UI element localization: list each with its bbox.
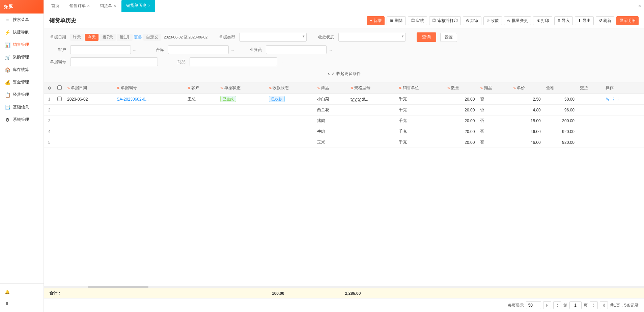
sidebar-item-label: 销售管理 <box>13 42 29 48</box>
show-details-button[interactable]: 显示明细 <box>616 16 639 25</box>
row-checkbox[interactable] <box>57 97 62 101</box>
tab-bar: 首页 销售订单 ✕ 销货单 ✕ 销货单历史 ✕ ✕ <box>44 0 644 12</box>
tab-sales-invoice-close[interactable]: ✕ <box>113 4 116 8</box>
th-transaction: 交货 <box>577 82 603 94</box>
doc-no-link[interactable]: SA-20230602-0... <box>117 97 148 102</box>
doc-no-input[interactable] <box>70 57 158 66</box>
system-icon: ⚙ <box>5 117 10 123</box>
date-pill-today[interactable]: 今天 <box>85 34 99 41</box>
export-button[interactable]: ⬇ 导出 <box>575 16 593 25</box>
payment-status-select[interactable] <box>338 33 406 42</box>
goods-label: 商品 <box>169 59 186 65</box>
cell-goods: 玉米 <box>314 137 348 148</box>
sidebar-item-quicknav[interactable]: ⚡ 快捷导航 <box>0 26 44 38</box>
th-payment-sort-icon[interactable]: ⇅ <box>269 86 272 90</box>
page-size-label: 每页显示 <box>508 303 524 308</box>
th-gift-sort-icon[interactable]: ⇅ <box>480 86 483 90</box>
page-last-btn[interactable]: ⟩⟩ <box>600 301 608 309</box>
date-pill-yesterday[interactable]: 昨天 <box>70 34 84 41</box>
cell-price: 46.00 <box>510 137 543 148</box>
tab-sales-invoice[interactable]: 销货单 ✕ <box>95 0 121 12</box>
customer-input[interactable] <box>70 45 131 54</box>
cell-date <box>64 115 114 126</box>
print-button[interactable]: 🖨 打印 <box>533 16 552 25</box>
goods-dots[interactable]: ... <box>279 59 283 64</box>
tab-home[interactable]: 首页 <box>47 0 64 12</box>
delete-button[interactable]: 🗑 删除 <box>387 16 406 25</box>
cell-spec <box>348 137 396 148</box>
sidebar-item-purchase[interactable]: 🛒 采购管理 <box>0 51 44 63</box>
page-first-btn[interactable]: ⟨⟨ <box>543 301 551 309</box>
sidebar-item-sales[interactable]: 📊 销售管理 <box>0 38 44 51</box>
cell-doc-no[interactable]: SA-20230602-0... <box>114 94 185 105</box>
more-icon[interactable]: ⋮⋮ <box>611 97 620 102</box>
goods-input[interactable] <box>190 57 277 66</box>
th-unit-sort-icon[interactable]: ⇅ <box>399 86 401 90</box>
th-qty-sort-icon[interactable]: ⇅ <box>447 86 450 90</box>
staff-input[interactable] <box>266 45 327 54</box>
collect-button[interactable]: ⊙ 收款 <box>483 16 502 25</box>
date-pill-1month[interactable]: 近1月 <box>117 34 133 41</box>
tab-sales-history-close[interactable]: ✕ <box>148 4 150 7</box>
date-label: 单据日期 <box>49 34 66 40</box>
collapse-button[interactable]: ∧ ∧ 收起更多条件 <box>49 70 639 78</box>
sidebar-item-search[interactable]: ≡ 搜索菜单 <box>0 14 44 26</box>
cell-row-num: 1 <box>44 94 55 105</box>
cell-payment-status <box>266 126 314 137</box>
staff-dots[interactable]: ... <box>329 47 332 52</box>
sidebar-item-basic[interactable]: 📑 基础信息 <box>0 101 44 113</box>
edit-icon[interactable]: ✎ <box>606 97 610 102</box>
batch-change-button[interactable]: ⊙ 批量变更 <box>504 16 531 25</box>
doc-type-select[interactable] <box>239 33 307 42</box>
th-doc-status-sort-icon[interactable]: ⇅ <box>220 86 223 90</box>
th-spec: ⇅ 规格型号 <box>348 82 396 94</box>
cell-date <box>64 137 114 148</box>
cell-amount: 920.00 <box>543 126 577 137</box>
abandon-button[interactable]: ⊘ 弃审 <box>463 16 481 25</box>
sidebar-pause[interactable]: ⏸ <box>0 298 44 309</box>
footer-label: 合计： <box>49 290 69 296</box>
data-table: ⚙ ⇅ 单据日期 ⇅ 单据编号 <box>44 82 644 148</box>
cell-checkbox <box>55 126 64 137</box>
tab-sales-order[interactable]: 销售订单 ✕ <box>65 0 94 12</box>
settings-gear-icon[interactable]: ⚙ <box>48 86 51 90</box>
date-more-link[interactable]: 更多 <box>134 34 142 40</box>
sidebar-item-inventory[interactable]: 🏠 库存核算 <box>0 63 44 76</box>
cell-operation <box>603 105 644 115</box>
warehouse-dots[interactable]: ... <box>231 47 234 52</box>
refresh-button[interactable]: ↺ 刷新 <box>596 16 614 25</box>
new-button[interactable]: + 新增 <box>367 16 384 25</box>
th-goods-sort-icon[interactable]: ⇅ <box>317 86 320 90</box>
tab-sales-order-close[interactable]: ✕ <box>87 4 90 8</box>
th-date-sort-icon[interactable]: ⇅ <box>67 86 70 90</box>
review-button[interactable]: ◎ 审核 <box>408 16 427 25</box>
cell-qty: 20.00 <box>445 115 478 126</box>
th-price-sort-icon[interactable]: ⇅ <box>513 86 516 90</box>
page-number-input[interactable] <box>569 301 582 309</box>
th-doc-no-sort-icon[interactable]: ⇅ <box>117 86 119 90</box>
page-prev-btn[interactable]: ⟨ <box>553 301 561 309</box>
review-print-button[interactable]: ◎ 审核并打印 <box>429 16 460 25</box>
settings-button[interactable]: 设置 <box>440 33 457 42</box>
date-pill-7days[interactable]: 近7天 <box>100 34 116 41</box>
th-spec-sort-icon[interactable]: ⇅ <box>351 86 353 90</box>
page-next-btn[interactable]: ⟩ <box>590 301 598 309</box>
sidebar-notification[interactable]: 🔔 <box>0 286 44 298</box>
filter-row-3: 单据编号 商品 ... <box>49 57 639 66</box>
warehouse-input[interactable] <box>168 45 229 54</box>
collapse-label: ∧ 收起更多条件 <box>332 71 360 77</box>
import-button[interactable]: ⬆ 导入 <box>554 16 573 25</box>
select-all-checkbox[interactable] <box>57 85 62 90</box>
th-settings[interactable]: ⚙ <box>44 82 55 94</box>
sidebar-item-ops[interactable]: 📋 经营管理 <box>0 88 44 101</box>
date-pill-custom[interactable]: 自定义 <box>143 34 161 41</box>
th-customer-sort-icon[interactable]: ⇅ <box>188 86 190 90</box>
page-size-select[interactable]: 20 50 100 <box>526 301 541 309</box>
customer-dots[interactable]: ... <box>133 47 136 52</box>
tab-sales-history[interactable]: 销货单历史 ✕ <box>121 0 155 12</box>
sidebar-item-system[interactable]: ⚙ 系统管理 <box>0 113 44 126</box>
sidebar-item-finance[interactable]: 💰 资金管理 <box>0 76 44 88</box>
doc-no-label: 单据编号 <box>49 59 66 65</box>
window-close-btn[interactable]: ✕ <box>638 4 641 8</box>
query-button[interactable]: 查询 <box>417 32 436 42</box>
